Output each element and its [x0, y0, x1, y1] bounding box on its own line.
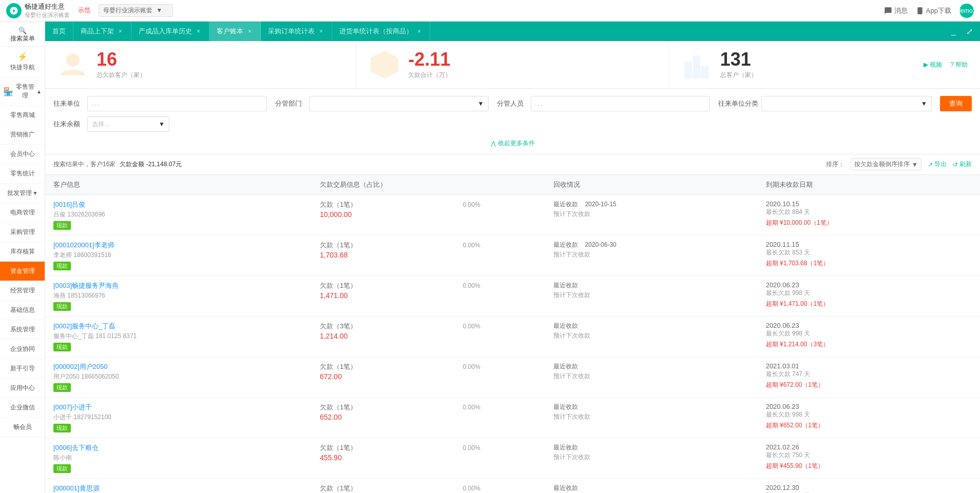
overdue-link-6[interactable]: 超期 ¥455.90（1笔） [766, 462, 972, 470]
refresh-link[interactable]: ↺ 刷新 [953, 160, 972, 169]
sidebar-item-app-center[interactable]: 应用中心 [0, 379, 45, 398]
tab-maximize-btn[interactable]: ⤢ [963, 26, 976, 37]
debt-amount-0[interactable]: 10,000.00 [320, 210, 447, 219]
sidebar-item-batch-mgmt[interactable]: 批发管理 ▼ [0, 184, 45, 203]
tab-customer-account-close[interactable]: × [246, 27, 253, 35]
overdue-link-4[interactable]: 超期 ¥672.00（1笔） [766, 381, 972, 389]
sidebar-item-capital[interactable]: 资金管理 [0, 262, 45, 281]
filter-collapse[interactable]: ⋀ 收起更多条件 [53, 137, 972, 150]
filter-manager: 分管人员 ... [497, 96, 710, 111]
due-date-2: 2020.06.23 [766, 281, 972, 289]
overdue-link-3[interactable]: 超期 ¥1,214.00（3笔） [766, 340, 972, 349]
help-link[interactable]: ? 帮助 [950, 61, 968, 69]
collapse-icon: ⋀ [491, 140, 496, 147]
customer-name-3[interactable]: [0002]服务中心_丁磊 [53, 322, 303, 331]
sidebar-item-basic-info[interactable]: 基础信息 [0, 301, 45, 320]
tab-purchase-stats[interactable]: 采购订单统计表 × [261, 22, 332, 41]
overdue-link-5[interactable]: 超期 ¥652.00（1笔） [766, 421, 972, 430]
overdue-days-3: 最长欠款 998 天 [766, 329, 972, 338]
overdue-days-5: 最长欠款 998 天 [766, 410, 972, 419]
cell-debt-3: 欠款（3笔） 1,214.00 [312, 317, 455, 357]
tab-product-shelf-close[interactable]: × [117, 27, 124, 35]
dept-select[interactable]: ▼ [309, 96, 489, 111]
customer-name-4[interactable]: [000002]用户2050 [53, 362, 303, 371]
cell-debt-pct-4: 0.00% [455, 357, 546, 398]
tab-minimize-btn[interactable]: _ [948, 26, 959, 37]
cell-debt-4: 欠款（1笔） 672.00 [312, 357, 455, 398]
sort-select[interactable]: 按欠款金额倒序排序 ▼ [851, 159, 921, 170]
debt-amount-5[interactable]: 652.00 [320, 413, 447, 421]
tab-import-stats[interactable]: 进货单统计表（按商品） × [332, 22, 430, 41]
cell-debt-pct-6: 0.00% [455, 438, 546, 479]
customer-phone-3: 服务中心_丁磊 181 0125 8371 [53, 332, 303, 341]
message-action[interactable]: 消息 [884, 6, 908, 15]
unit-class-select[interactable]: ▼ [761, 96, 932, 111]
cell-due-1: 2020.11.15 最长欠款 853 天 超期 ¥1,703.68（1笔） [758, 235, 980, 276]
video-link[interactable]: ▶ 视频 [924, 61, 942, 69]
tab-purchase-stats-close[interactable]: × [318, 27, 324, 35]
svg-rect-6 [701, 66, 709, 78]
debt-amount-3[interactable]: 1,214.00 [320, 332, 447, 340]
tab-import-stats-close[interactable]: × [416, 27, 422, 35]
tab-product-history-close[interactable]: × [195, 27, 202, 35]
debt-amount-6[interactable]: 455.90 [320, 453, 447, 462]
customer-name-0[interactable]: [0016]吕俊 [53, 200, 303, 209]
balance-select[interactable]: 选择... ▼ [87, 116, 169, 132]
video-icon: ▶ [924, 61, 928, 68]
total-customers-label: 总客户（家） [720, 71, 757, 80]
query-button[interactable]: 查询 [940, 96, 972, 111]
app-download-action[interactable]: App下载 [916, 6, 951, 15]
unit-class-label: 往来单位分类 [718, 99, 758, 108]
sidebar-item-ecommerce[interactable]: 电商管理 [0, 203, 45, 223]
debt-amount-1[interactable]: 1,703.68 [320, 251, 447, 259]
customer-name-1[interactable]: [0001020001]李老师 [53, 241, 303, 250]
sidebar-item-system[interactable]: 系统管理 [0, 320, 45, 340]
sidebar-item-retail-mgmt[interactable]: 🏪 零售管理 ▲ [0, 77, 45, 106]
table-row: [0006]去下粮仓 陈小南 现款 欠款（1笔） 455.90 0.00% 最近… [45, 438, 980, 479]
sidebar-item-guide[interactable]: 新手引导 [0, 359, 45, 379]
collection-label-5: 最近收款 [553, 403, 750, 411]
customer-name-2[interactable]: [0003]畅捷服务尹海燕 [53, 281, 303, 290]
sidebar-item-marketing[interactable]: 营销推广 [0, 125, 45, 145]
sidebar-item-vip[interactable]: 畅会员 [0, 418, 45, 437]
tab-customer-account[interactable]: 客户账本 × [209, 22, 261, 41]
debt-count-4: 欠款（1笔） [320, 362, 447, 371]
demo-select[interactable]: 母婴行业演示账套 ▼ [99, 4, 173, 17]
debt-percent-1: 0.00% [463, 242, 537, 249]
overdue-link-0[interactable]: 超期 ¥10,000.00（1笔） [766, 219, 972, 227]
sidebar-item-retail-store[interactable]: 零售商城 [0, 106, 45, 125]
tab-product-history[interactable]: 产成品入库单历史 × [131, 22, 209, 41]
overdue-link-2[interactable]: 超期 ¥1,471.00（1笔） [766, 300, 972, 308]
due-date-5: 2020.06.23 [766, 403, 972, 410]
sidebar-item-wechat[interactable]: 企业微信 [0, 398, 45, 418]
tab-home[interactable]: 首页 [45, 22, 73, 41]
export-link[interactable]: ↗ 导出 [928, 160, 947, 169]
customer-name-6[interactable]: [0006]去下粮仓 [53, 443, 303, 452]
customer-name-7[interactable]: [000001]黄思源 [53, 484, 303, 493]
cell-debt-pct-5: 0.00% [455, 398, 546, 438]
result-bar-left: 搜索结果中，客户16家 欠款金额 -21,148.07元 [53, 160, 182, 169]
overdue-link-1[interactable]: 超期 ¥1,703.68（1笔） [766, 259, 972, 268]
sidebar-item-enterprise[interactable]: 企业协同 [0, 340, 45, 359]
sidebar-item-operations[interactable]: 经营管理 [0, 281, 45, 301]
table-row: [0016]吕俊 吕俊 13026203696 现款 欠款（1笔） 10,000… [45, 195, 980, 235]
sidebar-item-quick-nav[interactable]: ⚡ 快捷导航 [0, 47, 45, 77]
manager-input[interactable]: ... [531, 96, 710, 111]
source-unit-input[interactable]: ... [87, 96, 267, 111]
avatar[interactable]: demo2 [959, 4, 974, 18]
filter-dept: 分管部门 ▼ [275, 96, 489, 111]
debt-amount-2[interactable]: 1,471.00 [320, 291, 447, 300]
sidebar-item-inventory[interactable]: 库存核算 [0, 242, 45, 262]
top-bar: 畅捷通好生意 母婴行业演示账套 示范 母婴行业演示账套 ▼ 消息 App下载 d… [0, 0, 980, 22]
tab-product-shelf[interactable]: 商品上下架 × [73, 22, 131, 41]
sidebar-item-member[interactable]: 会员中心 [0, 145, 45, 164]
cell-due-0: 2020.10.15 最长欠款 884 天 超期 ¥10,000.00（1笔） [758, 195, 980, 235]
sub-brand[interactable]: 示范 [78, 6, 90, 15]
table-row: [0003]畅捷服务尹海燕 海燕 18513066976 现款 欠款（1笔） 1… [45, 276, 980, 317]
sidebar-item-retail-stats[interactable]: 零售统计 [0, 164, 45, 184]
debt-amount-4[interactable]: 672.00 [320, 372, 447, 381]
sidebar-search[interactable]: 🔍 搜索菜单 [0, 22, 45, 47]
cell-collection-5: 最近收款 预计下次收款 [545, 398, 758, 438]
sidebar-item-purchase[interactable]: 采购管理 [0, 223, 45, 242]
customer-name-5[interactable]: [0007]小进千 [53, 403, 303, 412]
